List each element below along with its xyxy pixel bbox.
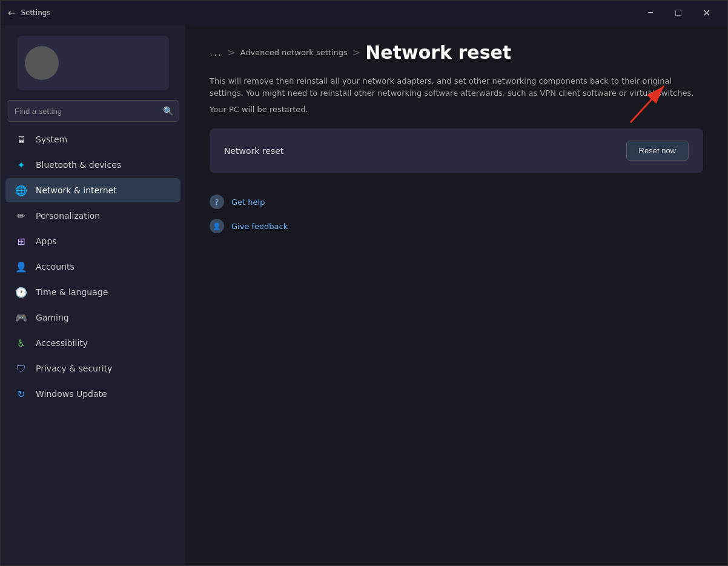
content-inner: ... > Advanced network settings > Networ… <box>185 25 727 253</box>
get-help-text[interactable]: Get help <box>231 198 265 207</box>
settings-window: ← Settings − □ ✕ 🔍 🖥 System <box>0 0 728 566</box>
sidebar-item-label-accounts: Accounts <box>36 262 74 271</box>
window-controls: − □ ✕ <box>637 1 720 25</box>
user-profile[interactable] <box>18 36 169 90</box>
network-icon: 🌐 <box>15 184 27 196</box>
sidebar-item-update[interactable]: ↻ Windows Update <box>5 382 180 406</box>
network-reset-card: Network reset Reset now <box>210 128 703 173</box>
sidebar-item-bluetooth[interactable]: ✦ Bluetooth & devices <box>5 153 180 177</box>
privacy-icon: 🛡 <box>15 362 27 375</box>
sidebar-item-privacy[interactable]: 🛡 Privacy & security <box>5 356 180 381</box>
sidebar-item-accessibility[interactable]: ♿ Accessibility <box>5 331 180 355</box>
sidebar-item-label-time: Time & language <box>36 287 108 297</box>
system-icon: 🖥 <box>15 133 27 145</box>
time-icon: 🕐 <box>15 286 27 298</box>
give-feedback-text[interactable]: Give feedback <box>231 222 288 231</box>
sidebar-item-system[interactable]: 🖥 System <box>5 127 180 151</box>
breadcrumb-sep-1: > <box>227 47 235 58</box>
breadcrumb-dots[interactable]: ... <box>210 47 222 58</box>
network-reset-label: Network reset <box>224 146 283 156</box>
sidebar-item-label-apps: Apps <box>36 236 57 246</box>
search-input[interactable] <box>7 100 179 122</box>
sidebar: 🔍 🖥 System ✦ Bluetooth & devices 🌐 Netwo… <box>1 25 185 565</box>
sidebar-item-label-update: Windows Update <box>36 389 107 399</box>
sidebar-item-gaming[interactable]: 🎮 Gaming <box>5 305 180 330</box>
titlebar-title: Settings <box>21 8 50 17</box>
sidebar-item-label-bluetooth: Bluetooth & devices <box>36 160 121 170</box>
page-title: Network reset <box>365 42 511 63</box>
sidebar-item-label-network: Network & internet <box>36 185 117 195</box>
apps-icon: ⊞ <box>15 235 27 247</box>
sidebar-item-label-privacy: Privacy & security <box>36 364 112 373</box>
help-links: ? Get help 👤 Give feedback <box>210 192 703 236</box>
give-feedback-link[interactable]: 👤 Give feedback <box>210 216 703 236</box>
search-icon: 🔍 <box>163 106 173 116</box>
red-arrow-annotation <box>624 74 679 128</box>
sidebar-item-personalization[interactable]: ✏️ Personalization <box>5 204 180 228</box>
get-help-icon: ? <box>210 195 224 209</box>
bluetooth-icon: ✦ <box>15 159 27 171</box>
search-box: 🔍 <box>7 100 179 122</box>
sidebar-item-label-accessibility: Accessibility <box>36 338 88 348</box>
accessibility-icon: ♿ <box>15 337 27 349</box>
sidebar-item-label-system: System <box>36 135 67 144</box>
titlebar: ← Settings − □ ✕ <box>1 1 727 25</box>
sidebar-item-network[interactable]: 🌐 Network & internet <box>5 178 180 202</box>
breadcrumb-middle[interactable]: Advanced network settings <box>240 48 348 57</box>
sidebar-item-label-gaming: Gaming <box>36 313 69 322</box>
personalization-icon: ✏️ <box>15 210 27 222</box>
minimize-button[interactable]: − <box>637 1 664 25</box>
sidebar-item-accounts[interactable]: 👤 Accounts <box>5 255 180 279</box>
back-icon[interactable]: ← <box>8 7 16 19</box>
breadcrumb-sep-2: > <box>352 47 360 58</box>
maximize-button[interactable]: □ <box>664 1 692 25</box>
main-layout: 🔍 🖥 System ✦ Bluetooth & devices 🌐 Netwo… <box>1 25 727 565</box>
sidebar-item-label-personalization: Personalization <box>36 211 100 221</box>
reset-now-button[interactable]: Reset now <box>626 141 689 161</box>
update-icon: ↻ <box>15 388 27 400</box>
sidebar-item-apps[interactable]: ⊞ Apps <box>5 229 180 253</box>
get-help-link[interactable]: ? Get help <box>210 192 703 211</box>
avatar <box>25 46 59 80</box>
gaming-icon: 🎮 <box>15 311 27 324</box>
svg-line-1 <box>630 86 664 122</box>
sidebar-item-time[interactable]: 🕐 Time & language <box>5 280 180 304</box>
breadcrumb: ... > Advanced network settings > Networ… <box>210 42 703 63</box>
accounts-icon: 👤 <box>15 261 27 273</box>
content-area: ... > Advanced network settings > Networ… <box>185 25 727 565</box>
give-feedback-icon: 👤 <box>210 219 224 233</box>
close-button[interactable]: ✕ <box>692 1 720 25</box>
